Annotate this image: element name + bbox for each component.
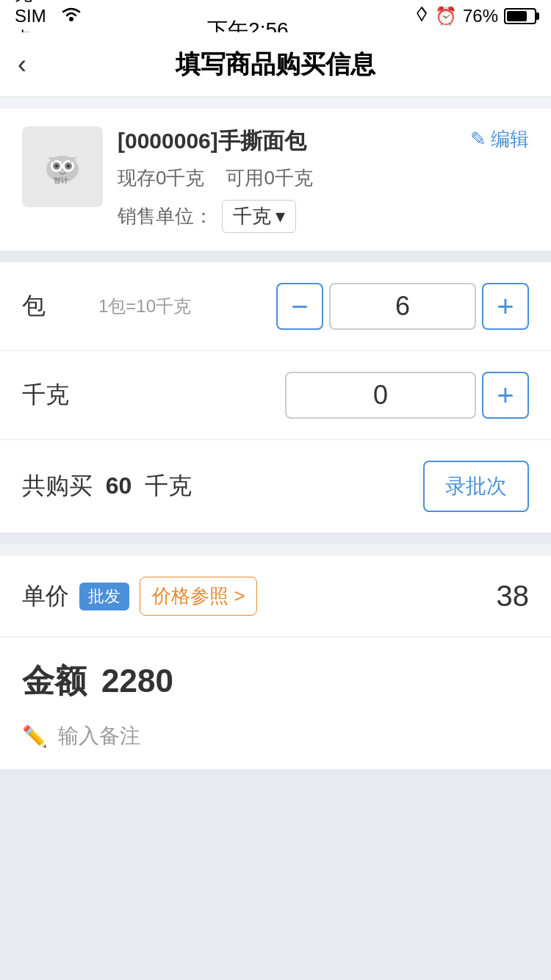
price-row: 单价 批发 价格参照 > 38 bbox=[22, 577, 529, 616]
qianke-plus-button[interactable]: + bbox=[482, 372, 529, 419]
page-title: 填写商品购买信息 bbox=[176, 48, 375, 82]
bao-qty-input[interactable] bbox=[329, 283, 476, 330]
svg-point-6 bbox=[55, 165, 58, 167]
qianke-label: 千克 bbox=[22, 379, 81, 411]
section-divider-2 bbox=[0, 533, 551, 544]
battery-text: 76% bbox=[463, 6, 498, 26]
product-card: 智计 [0000006]手撕面包 现存0千克 可用0千克 销售单位： 千克 ▾ bbox=[0, 109, 551, 251]
product-unit-row: 销售单位： 千克 ▾ bbox=[118, 200, 529, 233]
price-label: 单价 bbox=[22, 580, 69, 613]
qianke-row: 千克 + bbox=[0, 351, 551, 440]
product-info: [0000006]手撕面包 现存0千克 可用0千克 销售单位： 千克 ▾ bbox=[118, 126, 529, 233]
amount-text: 金额 2280 bbox=[22, 660, 529, 703]
price-section: 单价 批发 价格参照 > 38 bbox=[0, 556, 551, 636]
amount-section: 金额 2280 ✏️ 输入备注 bbox=[0, 638, 551, 769]
unit-dropdown[interactable]: 千克 ▾ bbox=[222, 200, 296, 233]
total-row: 共购买 60 千克 录批次 bbox=[0, 440, 551, 533]
battery-icon bbox=[504, 8, 536, 24]
bao-hint: 1包=10千克 bbox=[98, 295, 191, 318]
price-value: 38 bbox=[497, 580, 530, 613]
section-divider-1 bbox=[0, 251, 551, 262]
bao-input-section: 包 1包=10千克 − + 千克 + bbox=[0, 262, 551, 440]
product-name: [0000006]手撕面包 bbox=[118, 126, 529, 156]
status-right: ⏰ 76% bbox=[414, 6, 536, 26]
svg-point-7 bbox=[67, 165, 70, 167]
bao-row: 包 1包=10千克 − + bbox=[0, 262, 551, 351]
price-tag: 批发 bbox=[79, 583, 129, 610]
qianke-qty-input[interactable] bbox=[285, 372, 476, 419]
bao-label: 包 bbox=[22, 290, 81, 323]
back-button[interactable]: ‹ bbox=[18, 49, 26, 80]
bao-minus-button[interactable]: − bbox=[276, 283, 323, 330]
edit-button[interactable]: ✎ 编辑 bbox=[470, 126, 529, 152]
product-thumbnail: 智计 bbox=[22, 126, 103, 207]
bao-qty-control: − + bbox=[276, 283, 529, 330]
qianke-qty-control: + bbox=[285, 372, 529, 419]
price-ref-button[interactable]: 价格参照 > bbox=[140, 577, 257, 616]
remark-row[interactable]: ✏️ 输入备注 bbox=[22, 715, 529, 757]
empty-space bbox=[0, 769, 551, 980]
status-bar: 无 SIM 卡 下午2:56 ⏰ 76% bbox=[0, 0, 551, 32]
remark-placeholder: 输入备注 bbox=[58, 722, 140, 750]
batch-button[interactable]: 录批次 bbox=[423, 461, 529, 512]
location-icon bbox=[414, 6, 429, 26]
nav-bar: ‹ 填写商品购买信息 bbox=[0, 32, 551, 97]
alarm-icon: ⏰ bbox=[435, 6, 457, 26]
chevron-down-icon: ▾ bbox=[276, 205, 285, 228]
wifi-icon bbox=[61, 6, 82, 26]
svg-point-0 bbox=[69, 17, 73, 21]
bao-plus-button[interactable]: + bbox=[482, 283, 529, 330]
svg-text:智计: 智计 bbox=[54, 176, 68, 184]
pencil-icon: ✏️ bbox=[22, 724, 48, 749]
edit-icon: ✎ bbox=[470, 128, 486, 151]
product-stock: 现存0千克 可用0千克 bbox=[118, 165, 529, 191]
total-text: 共购买 60 千克 bbox=[22, 470, 192, 502]
